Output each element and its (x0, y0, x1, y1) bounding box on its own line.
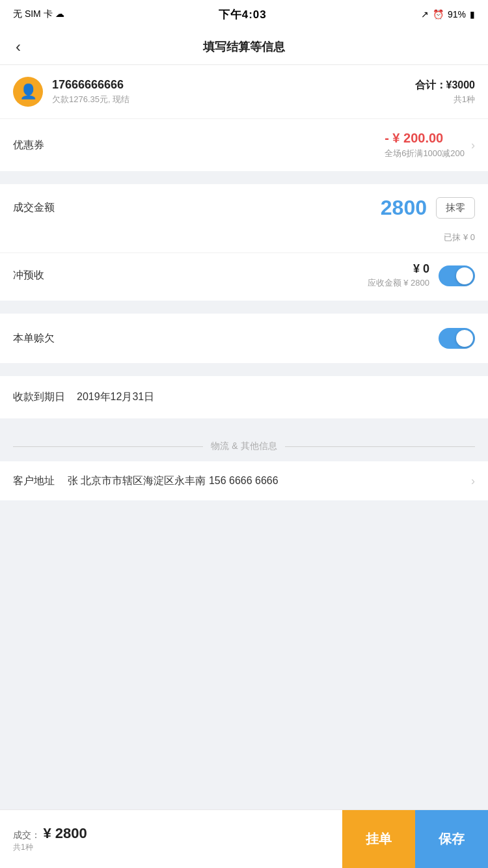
status-bar: 无 SIM 卡 ☁ 下午4:03 ↗ ⏰ 91% ▮ (0, 0, 488, 29)
separator-3 (0, 370, 488, 376)
hold-order-button[interactable]: 挂单 (342, 810, 415, 869)
transaction-right: 2800 抹零 (381, 196, 475, 220)
status-left: 无 SIM 卡 ☁ (13, 8, 64, 20)
sim-status: 无 SIM 卡 ☁ (13, 8, 64, 20)
duedate-section: 收款到期日 2019年12月31日 (0, 376, 488, 418)
logistics-divider: 物流 & 其他信息 (0, 431, 488, 461)
battery-icon: ▮ (470, 9, 475, 20)
duedate-value: 2019年12月31日 (77, 390, 154, 404)
transaction-row: 成交金额 2800 抹零 (0, 184, 488, 232)
address-row[interactable]: 客户地址 张 北京市市辖区海淀区永丰南 156 6666 6666 › (0, 461, 488, 500)
arrears-row: 本单赊欠 (0, 314, 488, 363)
address-section: 客户地址 张 北京市市辖区海淀区永丰南 156 6666 6666 › (0, 461, 488, 500)
address-chevron-icon: › (471, 474, 475, 488)
alarm-icon: ⏰ (433, 9, 444, 20)
bottom-deal-label: 成交： (13, 830, 40, 840)
avatar: 👤 (13, 77, 43, 107)
customer-row: 👤 17666666666 欠款1276.35元, 现结 合计：¥3000 共1… (0, 65, 488, 118)
duedate-label: 收款到期日 (13, 390, 65, 404)
customer-card: 👤 17666666666 欠款1276.35元, 现结 合计：¥3000 共1… (0, 65, 488, 171)
battery-level: 91% (448, 9, 466, 20)
transaction-amount: 2800 (381, 196, 427, 220)
save-button[interactable]: 保存 (415, 810, 488, 869)
bottom-count: 共1种 (13, 842, 329, 853)
customer-debt: 欠款1276.35元, 现结 (52, 94, 129, 105)
bottom-amount: ¥ 2800 (43, 825, 87, 841)
total-count: 共1种 (415, 94, 476, 105)
transaction-sub: 已抹 ¥ 0 (0, 232, 488, 252)
nav-bar: ‹ 填写结算等信息 (0, 29, 488, 65)
customer-phone: 17666666666 (52, 78, 129, 92)
coupon-right: - ¥ 200.00 全场6折满1000减200 › (385, 131, 475, 159)
arrears-toggle[interactable] (439, 328, 475, 349)
bottom-bar: 成交： ¥ 2800 共1种 挂单 保存 (0, 809, 488, 868)
transaction-section: 成交金额 2800 抹零 已抹 ¥ 0 冲预收 ¥ 0 应收金额 ¥ 2800 (0, 184, 488, 301)
customer-info: 17666666666 欠款1276.35元, 现结 (52, 78, 129, 105)
prereceive-sub: 应收金额 ¥ 2800 (368, 277, 429, 289)
prereceive-label: 冲预收 (13, 269, 44, 282)
divider-line-right (285, 446, 475, 447)
separator-2 (0, 307, 488, 314)
coupon-desc: 全场6折满1000减200 (385, 148, 465, 159)
total-amount: 合计：¥3000 (415, 79, 476, 92)
prereceive-amount-wrap: ¥ 0 应收金额 ¥ 2800 (368, 262, 429, 289)
round-zero-button[interactable]: 抹零 (436, 197, 475, 219)
status-right: ↗ ⏰ 91% ▮ (421, 9, 475, 20)
status-time: 下午4:03 (219, 7, 267, 22)
address-value: 张 北京市市辖区海淀区永丰南 156 6666 6666 (68, 473, 465, 489)
bottom-deal-row: 成交： ¥ 2800 (13, 825, 329, 842)
page-title: 填写结算等信息 (203, 39, 285, 55)
bottom-info: 成交： ¥ 2800 共1种 (0, 825, 342, 853)
separator-1 (0, 178, 488, 184)
arrears-section: 本单赊欠 (0, 314, 488, 363)
separator-4 (0, 425, 488, 431)
gray-area (0, 507, 488, 585)
coupon-amount: - ¥ 200.00 (385, 131, 465, 146)
prereceive-amount: ¥ 0 (368, 262, 429, 276)
transaction-label: 成交金额 (13, 201, 55, 215)
logistics-text: 物流 & 其他信息 (211, 441, 277, 452)
prereceive-toggle[interactable] (439, 265, 475, 286)
customer-right: 合计：¥3000 共1种 (415, 79, 476, 105)
coupon-label: 优惠券 (13, 139, 44, 152)
divider-line-left (13, 446, 203, 447)
customer-left: 👤 17666666666 欠款1276.35元, 现结 (13, 77, 129, 107)
back-button[interactable]: ‹ (13, 33, 29, 61)
content: 👤 17666666666 欠款1276.35元, 现结 合计：¥3000 共1… (0, 65, 488, 644)
coupon-row[interactable]: 优惠券 - ¥ 200.00 全场6折满1000减200 › (0, 118, 488, 171)
prereceive-right: ¥ 0 应收金额 ¥ 2800 (368, 262, 475, 289)
duedate-row: 收款到期日 2019年12月31日 (0, 376, 488, 418)
arrears-label: 本单赊欠 (13, 332, 55, 346)
chevron-right-icon: › (471, 139, 475, 152)
address-label: 客户地址 (13, 474, 55, 488)
location-icon: ↗ (421, 9, 429, 20)
prereceive-row: 冲预收 ¥ 0 应收金额 ¥ 2800 (0, 252, 488, 301)
